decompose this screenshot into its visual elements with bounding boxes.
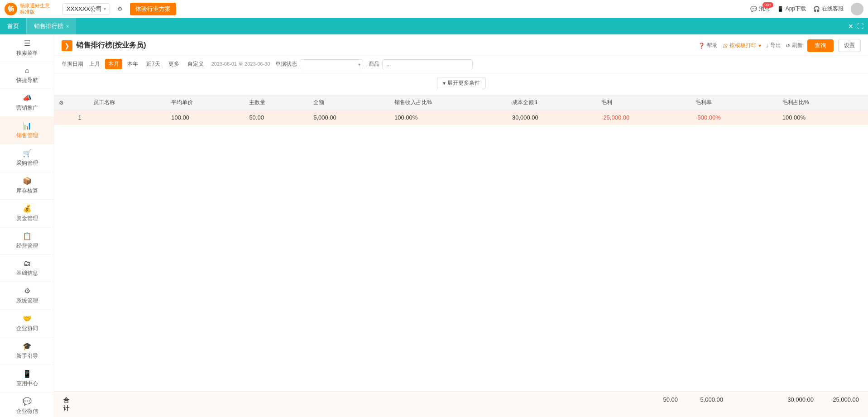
- settings-button[interactable]: 设置: [838, 39, 861, 52]
- sidebar-item-wechat[interactable]: 💬 企业微信: [0, 393, 54, 417]
- shortcut-7days[interactable]: 近7天: [143, 59, 163, 69]
- status-select-wrapper: [300, 59, 363, 69]
- tab-bar: 首页 销售排行榜 × ✕ ⛶: [0, 18, 868, 34]
- footer-spacer1: [77, 395, 646, 413]
- tab-home[interactable]: 首页: [0, 18, 27, 34]
- table-container: ⚙ 员工名称 平均单价 主数量 全额 销售收入占比% 成本全额 ℹ 毛利 毛利率…: [54, 95, 868, 391]
- sidebar-item-sales[interactable]: 📊 销售管理: [0, 117, 54, 144]
- app-download-label: App下载: [786, 5, 806, 13]
- trial-button[interactable]: 体验行业方案: [130, 3, 176, 15]
- message-btn[interactable]: 💬 消息 99+: [750, 5, 770, 13]
- date-filter-group: 单据日期 上月 本月 本年 近7天 更多 自定义 2023-06-01 至 20…: [62, 59, 270, 69]
- shortcut-this-year[interactable]: 本年: [124, 59, 141, 69]
- help-btn[interactable]: ❓ 帮助: [698, 42, 718, 49]
- page-header: ❯ 销售排行榜(按业务员) ❓ 帮助 🖨 按模板打印 ▾ ↓ 导出: [54, 34, 868, 55]
- row-sales-ratio-cell: 100.00%: [390, 110, 508, 125]
- shortcut-more[interactable]: 更多: [165, 59, 182, 69]
- tab-expand-icon[interactable]: ⛶: [857, 23, 863, 30]
- print-dropdown-icon: ▾: [758, 43, 761, 49]
- sidebar-item-label-quicknav: 快捷导航: [16, 77, 38, 84]
- sidebar-item-guide[interactable]: 🎓 新手引导: [0, 337, 54, 365]
- finance-icon: 💰: [23, 204, 32, 213]
- sidebar-item-collab[interactable]: 🤝 企业协同: [0, 310, 54, 337]
- sidebar-item-apps[interactable]: 📱 应用中心: [0, 365, 54, 393]
- print-icon: 🖨: [722, 43, 728, 49]
- sales-ranking-table: ⚙ 员工名称 平均单价 主数量 全额 销售收入占比% 成本全额 ℹ 毛利 毛利率…: [54, 95, 868, 125]
- col-main-qty: 主数量: [245, 95, 309, 110]
- refresh-icon: ↺: [786, 43, 790, 49]
- refresh-label: 刷新: [792, 42, 803, 49]
- help-icon: ❓: [698, 43, 705, 49]
- shortcut-last-month[interactable]: 上月: [86, 59, 103, 69]
- sidebar-item-label-sales: 销售管理: [16, 132, 38, 139]
- status-select[interactable]: [300, 59, 363, 69]
- tab-label: 销售排行榜: [34, 22, 63, 30]
- goods-input[interactable]: [382, 59, 473, 69]
- col-gross-ratio: 毛利占比%: [778, 95, 868, 110]
- logo-text: 畅康通好生意 标准版: [20, 3, 50, 14]
- message-icon: 💬: [750, 6, 757, 12]
- sidebar-item-label-system: 系统管理: [16, 297, 38, 305]
- sidebar-item-basics[interactable]: 🗂 基础信息: [0, 255, 54, 282]
- sidebar-item-system[interactable]: ⚙ 系统管理: [0, 282, 54, 310]
- row-main-qty-cell: 50.00: [245, 110, 309, 125]
- company-selector[interactable]: XXXXXX公司 ▾: [62, 3, 110, 15]
- footer-main-qty: 50.00: [646, 395, 682, 413]
- date-shortcuts: 上月 本月 本年 近7天 更多 自定义: [86, 59, 207, 69]
- col-settings[interactable]: ⚙: [54, 95, 71, 110]
- company-name: XXXXXX公司: [67, 5, 102, 13]
- sales-icon: 📊: [23, 121, 32, 130]
- col-cost-amount: 成本全额 ℹ: [508, 95, 597, 110]
- tab-sales-ranking[interactable]: 销售排行榜 ×: [27, 18, 76, 34]
- shortcut-custom[interactable]: 自定义: [184, 59, 207, 69]
- basics-icon: 🗂: [24, 259, 31, 268]
- export-btn[interactable]: ↓ 导出: [766, 42, 781, 49]
- date-filter-label: 单据日期: [62, 60, 83, 68]
- system-icon: ⚙: [24, 287, 30, 295]
- goods-filter-group: 商品: [369, 59, 473, 69]
- row-gross-ratio-cell: 100.00%: [778, 110, 868, 125]
- sidebar-item-finance[interactable]: 💰 资金管理: [0, 200, 54, 227]
- sidebar-item-operations[interactable]: 📋 经营管理: [0, 227, 54, 255]
- sidebar-item-purchase[interactable]: 🛒 采购管理: [0, 144, 54, 172]
- topbar-settings-icon[interactable]: ⚙: [114, 3, 126, 15]
- sidebar-item-inventory[interactable]: 📦 库存核算: [0, 172, 54, 200]
- expand-label: 展开更多条件: [447, 79, 480, 87]
- search-menu-icon: ☰: [24, 39, 30, 48]
- sidebar-item-search[interactable]: ☰ 搜索菜单: [0, 34, 54, 62]
- expand-filter-btn[interactable]: ▾ 展开更多条件: [437, 77, 486, 89]
- row-employee-cell: [89, 110, 167, 125]
- row-settings-cell: [54, 110, 71, 125]
- query-button[interactable]: 查询: [807, 39, 834, 52]
- refresh-btn[interactable]: ↺ 刷新: [786, 42, 803, 49]
- status-filter-group: 单据状态: [275, 59, 363, 69]
- table-header: ⚙ 员工名称 平均单价 主数量 全额 销售收入占比% 成本全额 ℹ 毛利 毛利率…: [54, 95, 868, 110]
- page-actions: ❓ 帮助 🖨 按模板打印 ▾ ↓ 导出 ↺ 刷新 查询 设置: [698, 39, 861, 52]
- sidebar-item-marketing[interactable]: 📣 营销推广: [0, 89, 54, 117]
- tab-close-icon[interactable]: ×: [66, 24, 69, 29]
- row-cost-amount-cell: 30,000.00: [508, 110, 597, 125]
- col-rank: [71, 95, 89, 110]
- user-avatar[interactable]: [851, 3, 863, 15]
- collapse-filter-btn[interactable]: ❯: [62, 40, 72, 51]
- sidebar-item-label-apps: 应用中心: [16, 380, 38, 388]
- page-title: 销售排行榜(按业务员): [76, 41, 146, 50]
- expand-icon: ▾: [443, 80, 446, 86]
- tab-close-window-icon[interactable]: ✕: [848, 23, 854, 30]
- sidebar: ☰ 搜索菜单 ⌂ 快捷导航 📣 营销推广 📊 销售管理 🛒 采购管理 📦 库存核…: [0, 34, 54, 417]
- online-support-btn[interactable]: 🎧 在线客服: [813, 5, 844, 13]
- help-label: 帮助: [707, 42, 718, 49]
- sidebar-item-label-operations: 经营管理: [16, 242, 38, 250]
- logo-icon: 畅: [5, 3, 17, 15]
- table-row: 1 100.00 50.00 5,000.00 100.00% 30,000.0…: [54, 110, 868, 125]
- sidebar-item-label-purchase: 采购管理: [16, 159, 38, 167]
- sidebar-item-quicknav[interactable]: ⌂ 快捷导航: [0, 62, 54, 89]
- operations-icon: 📋: [23, 232, 32, 240]
- app-download-btn[interactable]: 📱 App下载: [777, 5, 806, 13]
- col-employee: 员工名称: [89, 95, 167, 110]
- sidebar-item-label-marketing: 营销推广: [16, 104, 38, 112]
- footer-gross-profit: -25,000.00: [818, 395, 863, 413]
- shortcut-this-month[interactable]: 本月: [105, 59, 122, 69]
- table-footer: 合计 50.00 5,000.00 30,000.00 -25,000.00: [54, 391, 868, 417]
- template-print-btn[interactable]: 🖨 按模板打印 ▾: [722, 42, 761, 49]
